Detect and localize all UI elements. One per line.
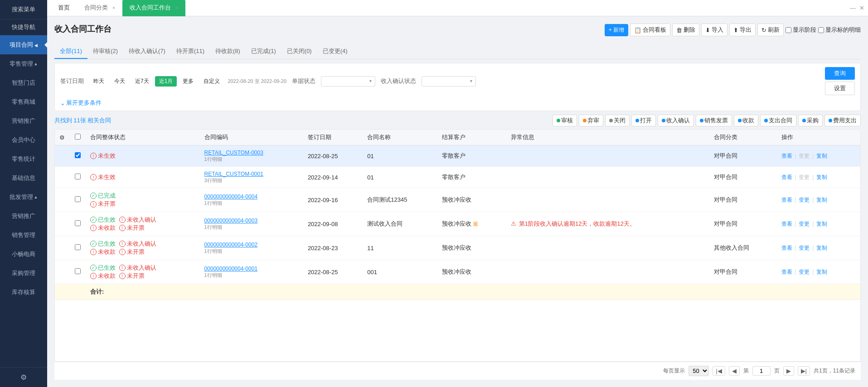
row-gear[interactable] <box>55 167 69 188</box>
op-change[interactable]: 变更 <box>799 269 810 275</box>
refresh-button[interactable]: ↻ 刷新 <box>757 24 784 36</box>
action-open[interactable]: 打开 <box>631 115 656 126</box>
sidebar-item-retail-mall[interactable]: 零售商城 <box>0 92 47 111</box>
op-copy[interactable]: 复制 <box>816 269 827 275</box>
op-view[interactable]: 查看 <box>781 221 792 227</box>
query-button[interactable]: 查询 <box>825 67 855 80</box>
op-copy[interactable]: 复制 <box>816 221 827 227</box>
close-window-icon[interactable]: ✕ <box>859 5 864 11</box>
set-button[interactable]: 设置 <box>825 82 855 95</box>
gear-icon[interactable]: ⚙ <box>20 373 27 381</box>
close-icon[interactable]: × <box>112 5 115 10</box>
op-copy[interactable]: 复制 <box>816 197 827 203</box>
show-stage-checkbox[interactable]: 显示阶段 <box>786 26 816 34</box>
date-btn-yesterday[interactable]: 昨天 <box>89 76 108 87</box>
filter-tab-pending-confirm[interactable]: 待收入确认(7) <box>123 44 171 59</box>
filter-tab-closed[interactable]: 已关闭(0) <box>281 44 317 59</box>
date-btn-custom[interactable]: 自定义 <box>199 76 224 87</box>
sidebar-item-sales-mgmt[interactable]: 销售管理 <box>0 226 47 245</box>
action-expense[interactable]: 费用支出 <box>824 115 861 126</box>
sidebar-search[interactable]: 搜索菜单 <box>0 0 47 19</box>
action-income-confirm[interactable]: 收入确认 <box>658 115 694 126</box>
first-page-button[interactable]: |◀ <box>713 366 725 376</box>
dashboard-button[interactable]: 📋 合同看板 <box>630 24 670 36</box>
row-checkbox[interactable] <box>69 260 86 284</box>
contract-code-link[interactable]: 0000000000004-0002 <box>204 242 257 248</box>
row-gear[interactable] <box>55 236 69 260</box>
row-gear[interactable] <box>55 260 69 284</box>
last-page-button[interactable]: ▶| <box>798 366 810 376</box>
tab-home[interactable]: 首页 <box>51 0 77 16</box>
sidebar-item-basic-info[interactable]: 基础信息 <box>0 169 47 188</box>
action-abandon[interactable]: 弃审 <box>579 115 603 126</box>
action-close[interactable]: 关闭 <box>605 115 630 126</box>
minimize-icon[interactable]: — <box>850 5 856 11</box>
op-copy[interactable]: 复制 <box>816 153 827 159</box>
op-change[interactable]: 变更 <box>799 221 810 227</box>
sidebar-quick-nav[interactable]: 快捷导航 <box>0 19 47 35</box>
sidebar-item-wholesale[interactable]: 批发管理 ▲ <box>0 188 47 207</box>
row-checkbox[interactable] <box>69 236 86 260</box>
date-btn-today[interactable]: 今天 <box>110 76 129 87</box>
filter-tab-pending-receipt[interactable]: 待收款(8) <box>210 44 246 59</box>
contract-code-link[interactable]: 0000000000004-0003 <box>204 218 257 224</box>
tab-income-workbench[interactable]: 收入合同工作台 × <box>122 0 185 16</box>
action-purchase[interactable]: 采购 <box>798 115 823 126</box>
row-checkbox[interactable] <box>69 167 86 188</box>
op-change[interactable]: 变更 <box>799 197 810 203</box>
add-button[interactable]: + 新增 <box>605 24 628 36</box>
select-all-checkbox[interactable] <box>75 134 81 140</box>
sidebar-item-marketing[interactable]: 营销推广 <box>0 111 47 131</box>
per-page-select[interactable]: 50 <box>689 366 709 376</box>
sidebar-item-xiaowei[interactable]: 小畅电商 <box>0 245 47 264</box>
next-page-button[interactable]: ▶ <box>783 366 794 376</box>
show-detail-checkbox[interactable]: 显示标的明细 <box>818 26 861 34</box>
date-btn-more[interactable]: 更多 <box>179 76 198 87</box>
export-button[interactable]: ⬆ 导出 <box>729 24 756 36</box>
contract-code-link[interactable]: RETAIL_CUSTOM-0001 <box>204 171 263 177</box>
row-gear[interactable] <box>55 212 69 236</box>
col-gear[interactable]: ⚙ <box>55 130 69 145</box>
filter-tab-pending-invoice[interactable]: 待开票(11) <box>171 44 210 59</box>
tab-contract-type[interactable]: 合同分类 × <box>77 0 122 16</box>
op-view[interactable]: 查看 <box>781 174 792 180</box>
status-select[interactable] <box>321 76 375 87</box>
sidebar-item-project[interactable]: 项目合同 ◀ <box>0 35 47 54</box>
row-gear[interactable] <box>55 188 69 212</box>
action-audit[interactable]: 审核 <box>553 115 577 126</box>
confirm-select[interactable] <box>422 76 476 87</box>
sidebar-item-smart-store[interactable]: 智慧门店 <box>0 73 47 92</box>
delete-button[interactable]: 🗑 删除 <box>672 24 699 36</box>
filter-tab-pending-review[interactable]: 待审核(2) <box>87 44 123 59</box>
op-change[interactable]: 变更 <box>799 245 810 251</box>
op-view[interactable]: 查看 <box>781 269 792 275</box>
close-icon[interactable]: × <box>175 5 178 10</box>
expand-conditions-button[interactable]: ⌄ 展开更多条件 <box>60 99 102 107</box>
action-receipt[interactable]: 收款 <box>734 115 758 126</box>
date-btn-last7[interactable]: 近7天 <box>131 76 153 87</box>
op-view[interactable]: 查看 <box>781 245 792 251</box>
sidebar-item-sales-marketing[interactable]: 营销推广 <box>0 207 47 226</box>
sidebar-item-member[interactable]: 会员中心 <box>0 131 47 150</box>
page-number-input[interactable] <box>752 366 771 376</box>
contract-code-link[interactable]: RETAIL_CUSTOM-0003 <box>204 150 263 156</box>
filter-tab-all[interactable]: 全部(11) <box>54 44 87 59</box>
import-button[interactable]: ⬇ 导入 <box>701 24 727 36</box>
sidebar-item-retail-stat[interactable]: 零售统计 <box>0 150 47 169</box>
contract-code-link[interactable]: 0000000000004-0001 <box>204 266 257 272</box>
op-view[interactable]: 查看 <box>781 153 792 159</box>
sidebar-settings[interactable]: ⚙ <box>0 367 47 387</box>
row-checkbox[interactable] <box>69 212 86 236</box>
action-output-contract[interactable]: 支出合同 <box>760 115 796 126</box>
action-sales-invoice[interactable]: 销售发票 <box>696 115 732 126</box>
prev-page-button[interactable]: ◀ <box>729 366 740 376</box>
filter-tab-completed[interactable]: 已完成(1) <box>246 44 281 59</box>
op-copy[interactable]: 复制 <box>816 245 827 251</box>
row-checkbox[interactable] <box>69 145 86 167</box>
sidebar-item-inventory[interactable]: 库存核算 <box>0 283 47 302</box>
filter-tab-changed[interactable]: 已变更(4) <box>317 44 353 59</box>
row-checkbox[interactable] <box>69 188 86 212</box>
sidebar-item-purchase[interactable]: 采购管理 <box>0 264 47 283</box>
contract-code-link[interactable]: 0000000000004-0004 <box>204 194 257 200</box>
op-view[interactable]: 查看 <box>781 197 792 203</box>
